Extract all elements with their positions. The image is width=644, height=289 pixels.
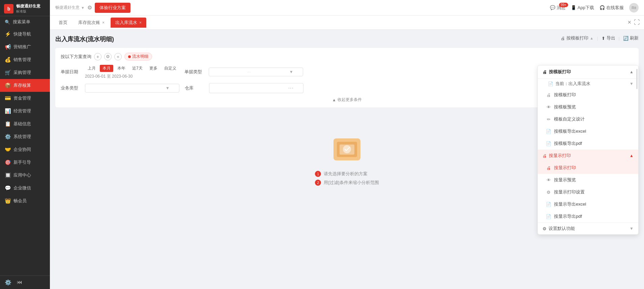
- dropdown-item-display-pdf[interactable]: 📄 按显示导出pdf: [538, 210, 638, 222]
- sidebar-item-quick-nav[interactable]: ⚡ 快捷导航: [0, 28, 50, 41]
- doc-type-select[interactable]: ··· ▼: [209, 68, 303, 76]
- sidebar-logo-text: 畅捷通好生意 标准版: [16, 3, 40, 14]
- tabbar: 首页 库存批次账 × 出入库流水 × × ⛶: [50, 16, 644, 30]
- date-tabs-group: 上月 本月 本年 近7天 更多 自定义 2023-06-01 至 2023-06…: [85, 64, 179, 79]
- action-divider-1: |: [597, 36, 598, 41]
- sidebar-item-app-center[interactable]: 🔲 应用中心: [0, 169, 50, 182]
- sidebar-item-sales[interactable]: 💰 销售管理: [0, 53, 50, 66]
- dropdown-item-template-pdf[interactable]: 📄 按模板导出pdf: [538, 137, 638, 150]
- sidebar-item-member[interactable]: 👑 畅会员: [0, 194, 50, 207]
- display-pdf-label: 按显示导出pdf: [554, 213, 582, 219]
- app-download-icon: 📱: [571, 5, 576, 10]
- template-print-icon: 🖨: [546, 92, 551, 98]
- trial-button[interactable]: 体验行业方案: [95, 3, 130, 13]
- sidebar-item-basic[interactable]: 📋 基础信息: [0, 117, 50, 130]
- display-section-title-group: 🖨 按显示打印: [543, 153, 571, 159]
- company-badge: 标准版: [16, 9, 40, 14]
- export-button[interactable]: ⬆ 导出: [602, 35, 615, 41]
- step-2-num: 2: [315, 180, 321, 186]
- dropdown-display-section-header[interactable]: 🖨 按显示打印 ▲: [538, 150, 638, 162]
- dropdown-footer-label-group: ⚙ 设置默认功能: [543, 226, 575, 232]
- company-name: 畅捷通好生意: [16, 3, 40, 9]
- template-custom-label: 模板自定义设计: [554, 116, 585, 122]
- date-tab-last-month[interactable]: 上月: [85, 64, 98, 72]
- filter-add-button[interactable]: +: [94, 53, 101, 60]
- dropdown-item-display-preview[interactable]: 👁 按显示预览: [538, 174, 638, 186]
- company-selector[interactable]: 畅捷通好生意 ▼: [55, 5, 85, 10]
- sidebar-item-purchase[interactable]: 🛒 采购管理: [0, 66, 50, 79]
- sidebar-bottom: ⚙️ ⏮: [0, 275, 50, 289]
- basic-icon: 📋: [5, 121, 11, 127]
- tab-home-label: 首页: [59, 20, 67, 26]
- marketing-icon: 📢: [5, 44, 11, 50]
- step-2-text: 用[过滤]条件来缩小分析范围: [324, 180, 379, 186]
- dropdown-item-display-print[interactable]: 🖨 按显示打印: [538, 162, 638, 174]
- chevron-right-icon: ▼: [630, 81, 634, 86]
- sidebar-settings-icon[interactable]: ⚙️: [5, 279, 11, 286]
- tab-inout-flow[interactable]: 出入库流水 ×: [111, 18, 146, 28]
- sidebar-item-enterprise[interactable]: 🤝 企业协同: [0, 143, 50, 156]
- online-service-button[interactable]: 🎧 在线客服: [599, 5, 624, 11]
- sidebar-collapse-icon[interactable]: ⏮: [17, 279, 22, 286]
- tab-fullscreen-button[interactable]: ⛶: [634, 19, 640, 26]
- topbar-settings-icon[interactable]: ⚙: [87, 4, 92, 11]
- dropdown-item-display-print-settings[interactable]: ⚙ 按显示打印设置: [538, 186, 638, 198]
- display-print-icon: 🖨: [546, 165, 551, 170]
- sidebar-item-wechat[interactable]: 💬 企业微信: [0, 182, 50, 194]
- warehouse-field[interactable]: ···: [209, 83, 303, 93]
- app-download-button[interactable]: 📱 App下载: [571, 5, 594, 11]
- sidebar-item-guide[interactable]: 🎯 新手引导: [0, 156, 50, 169]
- dropdown-item-template-custom[interactable]: ✏ 模板自定义设计: [538, 113, 638, 125]
- user-avatar[interactable]: Rit: [629, 3, 639, 12]
- tab-batch-account-close[interactable]: ×: [102, 20, 105, 25]
- dropdown-item-template-excel[interactable]: 📄 按模板导出excel: [538, 125, 638, 137]
- tab-batch-account[interactable]: 库存批次账 ×: [74, 18, 109, 28]
- dropdown-current-template[interactable]: 📄 当前：出入库流水 ▼: [538, 79, 638, 89]
- tab-close-all-button[interactable]: ×: [627, 19, 631, 26]
- sidebar-item-label: 企业协同: [13, 147, 31, 153]
- tab-inout-flow-label: 出入库流水: [115, 20, 137, 26]
- sidebar-item-label: 快捷导航: [13, 31, 31, 37]
- biz-type-label: 业务类型: [61, 85, 80, 91]
- biz-type-arrow: ▼: [166, 86, 170, 90]
- sidebar-item-label: 资金管理: [13, 95, 31, 101]
- sidebar-logo: b 畅捷通好生意 标准版: [0, 0, 50, 16]
- chevron-up-icon: ▲: [590, 36, 593, 40]
- refresh-button[interactable]: 🔄 刷新: [623, 35, 639, 41]
- sidebar-item-finance[interactable]: 💳 资金管理: [0, 92, 50, 105]
- sidebar-item-label: 采购管理: [13, 70, 31, 76]
- template-preview-label: 按模板预览: [554, 104, 576, 110]
- tab-batch-account-label: 库存批次账: [78, 20, 100, 26]
- sidebar-item-inventory[interactable]: 📦 库存核算: [0, 79, 50, 92]
- filter-collapse-button[interactable]: «: [114, 53, 122, 60]
- date-label: 单据日期: [61, 69, 80, 75]
- operations-icon: 📊: [5, 108, 11, 114]
- sidebar-item-system[interactable]: ⚙️ 系统管理: [0, 130, 50, 143]
- filter-settings-button[interactable]: ⚙: [104, 53, 112, 60]
- sidebar-item-marketing[interactable]: 📢 营销推广: [0, 41, 50, 53]
- dropdown-collapse-icon[interactable]: ▲: [630, 70, 634, 74]
- dropdown-title: 🖨 按模板打印: [543, 69, 571, 75]
- tab-inout-flow-close[interactable]: ×: [139, 20, 142, 25]
- display-print-label: 按显示打印: [554, 165, 576, 171]
- dropdown-item-display-excel[interactable]: 📄 按显示导出excel: [538, 198, 638, 210]
- date-tab-this-year[interactable]: 本年: [115, 64, 128, 72]
- system-icon: ⚙️: [5, 134, 11, 140]
- date-tab-this-month[interactable]: 本月: [100, 65, 113, 72]
- print-template-button[interactable]: 🖨 按模板打印 ▲: [561, 35, 593, 41]
- message-icon: 💬: [550, 5, 555, 10]
- tab-home[interactable]: 首页: [54, 18, 72, 28]
- dropdown-item-template-print[interactable]: 🖨 按模板打印: [538, 89, 638, 101]
- biz-type-select[interactable]: ▼: [85, 84, 179, 93]
- sidebar-item-operations[interactable]: 📊 经营管理: [0, 105, 50, 117]
- dropdown-footer-defaults[interactable]: ⚙ 设置默认功能 ▼: [538, 222, 638, 234]
- dropdown-item-template-preview[interactable]: 👁 按模板预览: [538, 101, 638, 113]
- date-tab-more[interactable]: 更多: [147, 64, 160, 72]
- empty-step-1: 1 请先选择要分析的方案: [315, 171, 379, 177]
- filter-tag: 流水明细: [124, 53, 152, 60]
- date-tab-custom[interactable]: 自定义: [162, 64, 179, 72]
- sidebar-search[interactable]: 🔍 搜索菜单: [0, 16, 50, 28]
- action-bar: 🖨 按模板打印 ▲ | ⬆ 导出 | 🔄 刷新: [561, 35, 639, 41]
- message-button[interactable]: 💬 消息 99+: [550, 5, 565, 11]
- date-tab-last-7[interactable]: 近7天: [129, 64, 145, 72]
